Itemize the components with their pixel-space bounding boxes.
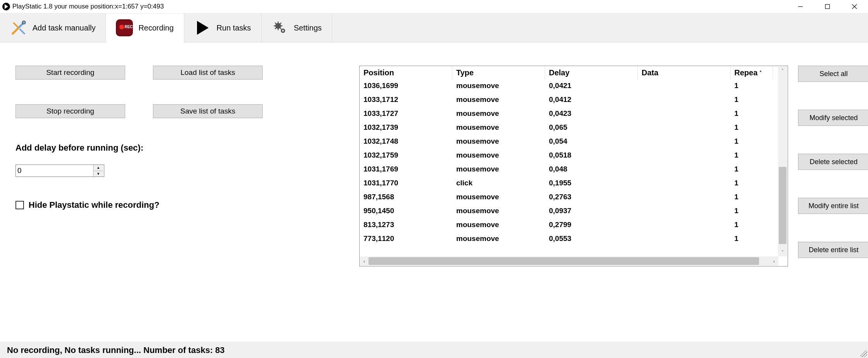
stop-recording-button[interactable]: Stop recording [15,104,125,118]
task-table: Position Type Delay Data Repea ˄ 1036,16… [359,66,788,266]
table-header: Position Type Delay Data Repea ˄ [360,66,788,80]
maximize-button[interactable] [814,0,841,13]
table-row[interactable]: 987,1568mousemove0,27631 [360,191,788,205]
col-position[interactable]: Position [360,66,452,80]
close-button[interactable] [841,0,868,13]
hscroll-thumb[interactable] [369,257,759,265]
gear-icon [272,19,289,36]
delay-label: Add delay before running (sec): [15,143,278,153]
table-row[interactable]: 1031,1769mousemove0,0481 [360,163,788,177]
select-all-button[interactable]: Select all [798,66,868,82]
start-recording-button[interactable]: Start recording [15,66,125,80]
table-row[interactable]: 1033,1712mousemove0,04121 [360,94,788,108]
scroll-thumb[interactable] [779,167,786,244]
minimize-button[interactable] [787,0,814,13]
spinner-up[interactable]: ▲ [93,165,103,171]
col-repeat[interactable]: Repea ˄ [730,66,773,80]
tools-icon [10,19,27,36]
hide-checkbox[interactable] [15,201,24,209]
horizontal-scrollbar[interactable]: ‹ › [360,256,778,266]
hide-label: Hide Playstatic while recording? [29,200,160,210]
delay-spinner[interactable]: ▲ ▼ [15,165,104,177]
tab-settings[interactable]: Settings [262,14,332,42]
save-tasks-button[interactable]: Save list of tasks [153,104,263,118]
table-row[interactable]: 773,1120mousemove0,05531 [360,233,788,247]
scroll-up-icon[interactable]: ˄ [778,66,787,75]
resize-grip[interactable] [860,350,867,357]
toolbar: Add task manually Recording Run tasks Se… [0,13,868,42]
modify-entire-list-button[interactable]: Modify entire list [798,198,868,214]
table-row[interactable]: 1032,1748mousemove0,0541 [360,136,788,149]
delete-entire-list-button[interactable]: Delete entire list [798,242,868,258]
window-title: PlayStatic 1.8 your mouse position:x=1:6… [12,3,164,10]
tab-label: Recording [138,24,173,32]
tab-label: Add task manually [32,24,95,32]
scroll-right-icon[interactable]: › [770,256,778,266]
tab-add-task[interactable]: Add task manually [0,14,106,42]
table-row[interactable]: 1036,1699mousemove0,04211 [360,80,788,94]
table-row[interactable]: 1031,1770click0,19551 [360,177,788,191]
table-row[interactable]: 1032,1739mousemove0,0651 [360,122,788,136]
play-icon [194,19,211,36]
svg-rect-1 [826,5,830,9]
content-area: Start recording Load list of tasks Stop … [0,42,868,342]
titlebar: PlayStatic 1.8 your mouse position:x=1:6… [0,0,868,13]
col-delay[interactable]: Delay [545,66,638,80]
tab-label: Settings [294,24,322,32]
svg-point-8 [282,30,284,31]
col-type[interactable]: Type [452,66,545,80]
modify-selected-button[interactable]: Modify selected [798,110,868,126]
delay-input[interactable] [16,165,93,176]
tab-run-tasks[interactable]: Run tasks [184,14,262,42]
table-row[interactable]: 950,1450mousemove0,09371 [360,205,788,219]
load-tasks-button[interactable]: Load list of tasks [153,66,263,80]
side-buttons: Select all Modify selected Delete select… [798,66,868,258]
recording-controls: Start recording Load list of tasks Stop … [15,66,278,210]
scroll-left-icon[interactable]: ‹ [360,256,369,266]
vertical-scrollbar[interactable]: ˄ ˅ [778,66,787,256]
app-icon [2,3,10,10]
record-icon [116,19,133,36]
svg-point-4 [22,21,25,24]
table-body[interactable]: 1036,1699mousemove0,042111033,1712mousem… [360,80,788,257]
spinner-down[interactable]: ▼ [93,171,103,177]
tab-label: Run tasks [217,24,251,32]
table-row[interactable]: 1033,1727mousemove0,04231 [360,108,788,122]
status-text: No recording, No tasks running... Number… [7,345,225,355]
table-row[interactable]: 813,1273mousemove0,27991 [360,219,788,233]
statusbar: No recording, No tasks running... Number… [0,342,868,358]
tab-recording[interactable]: Recording [106,14,184,42]
table-row[interactable]: 1032,1759mousemove0,05181 [360,149,788,163]
scroll-down-icon[interactable]: ˅ [778,248,787,256]
sort-asc-icon: ˄ [758,70,762,76]
delete-selected-button[interactable]: Delete selected [798,154,868,170]
col-data[interactable]: Data [638,66,730,80]
